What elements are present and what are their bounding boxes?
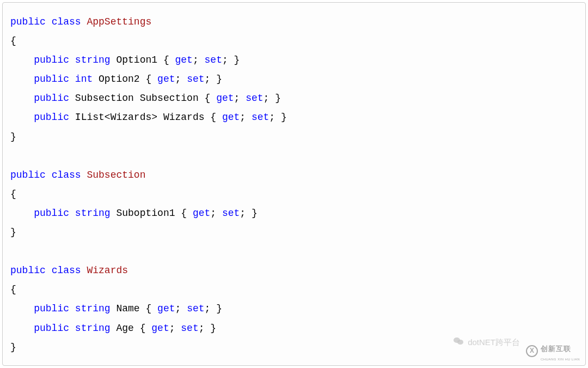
code-line: public string Name { get; set; } xyxy=(10,299,578,318)
prop-body: { get; set; } xyxy=(163,55,240,65)
brace-open: { xyxy=(10,284,16,295)
keyword-public: public xyxy=(34,323,69,334)
keyword-class: class xyxy=(52,16,81,27)
logo-text-wrap: 创新互联 CHUANG XIN HU LIAN xyxy=(541,339,580,363)
code-line: public Subsection Subsection { get; set;… xyxy=(10,89,578,108)
keyword-public: public xyxy=(10,265,46,276)
keyword-type: string xyxy=(75,55,111,65)
keyword-type: string xyxy=(75,208,111,219)
prop-name: Option1 xyxy=(116,55,157,65)
class-name: Subsection xyxy=(87,170,145,180)
code-line: public class Wizards xyxy=(10,261,578,280)
class-name: Wizards xyxy=(87,265,128,276)
blank-line xyxy=(10,147,578,166)
prop-body: { get; set; } xyxy=(181,208,257,219)
keyword-public: public xyxy=(34,303,69,314)
code-line: { xyxy=(10,32,578,51)
keyword-type: string xyxy=(75,323,111,334)
prop-name: Wizards xyxy=(163,112,205,123)
keyword-public: public xyxy=(10,170,46,180)
wechat-watermark: dotNET跨平台 xyxy=(454,334,520,350)
prop-body: { get; set; } xyxy=(140,323,216,334)
code-line: { xyxy=(10,185,578,204)
brace-close: } xyxy=(10,131,16,142)
code-line: public string Suboption1 { get; set; } xyxy=(10,204,578,223)
type-name: IList<Wizards> xyxy=(75,112,157,123)
keyword-public: public xyxy=(34,112,69,123)
logo-icon: X xyxy=(526,345,538,357)
prop-name: Age xyxy=(116,323,133,334)
prop-name: Suboption1 xyxy=(116,208,175,219)
keyword-type: int xyxy=(75,74,93,85)
keyword-public: public xyxy=(34,208,69,219)
brace-close: } xyxy=(10,342,16,353)
code-line: { xyxy=(10,280,578,299)
keyword-class: class xyxy=(52,170,81,180)
code-line: public class AppSettings xyxy=(10,13,578,32)
code-line: } xyxy=(10,128,578,147)
class-name: AppSettings xyxy=(87,16,151,27)
code-line: } xyxy=(10,223,578,242)
keyword-public: public xyxy=(10,16,46,27)
prop-body: { get; set; } xyxy=(205,93,281,104)
keyword-public: public xyxy=(34,55,69,65)
wechat-icon xyxy=(454,337,464,346)
brand-watermark: X 创新互联 CHUANG XIN HU LIAN xyxy=(526,339,580,363)
brace-open: { xyxy=(10,35,16,46)
blank-line xyxy=(10,242,578,261)
logo-sub: CHUANG XIN HU LIAN xyxy=(541,357,580,363)
prop-body: { get; set; } xyxy=(146,303,222,314)
wechat-text: dotNET跨平台 xyxy=(468,334,520,350)
code-line: public string Option1 { get; set; } xyxy=(10,51,578,70)
brace-close: } xyxy=(10,227,16,238)
brace-open: { xyxy=(10,189,16,200)
keyword-type: string xyxy=(75,303,111,314)
prop-name: Name xyxy=(116,303,139,314)
code-block: public class AppSettings { public string… xyxy=(2,2,586,366)
keyword-public: public xyxy=(34,74,69,85)
keyword-public: public xyxy=(34,93,69,104)
code-line: public IList<Wizards> Wizards { get; set… xyxy=(10,108,578,127)
prop-body: { get; set; } xyxy=(210,112,286,123)
prop-name: Option2 xyxy=(99,74,140,85)
code-line: public class Subsection xyxy=(10,166,578,185)
keyword-class: class xyxy=(52,265,81,276)
code-line: public int Option2 { get; set; } xyxy=(10,70,578,89)
logo-main: 创新互联 xyxy=(541,345,571,353)
type-name: Subsection xyxy=(75,93,134,104)
prop-body: { get; set; } xyxy=(146,74,222,85)
prop-name: Subsection xyxy=(140,93,199,104)
